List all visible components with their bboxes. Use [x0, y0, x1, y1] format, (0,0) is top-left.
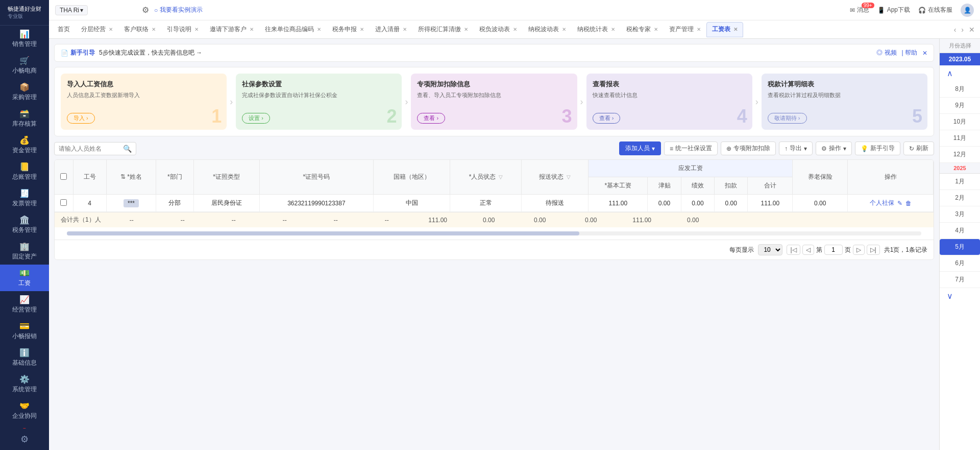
tab-close-guide[interactable]: ✕	[194, 27, 199, 32]
page-input[interactable]	[824, 245, 843, 255]
tab-invite[interactable]: 邀请下游客户✕	[204, 22, 259, 37]
month-item-8[interactable]: 8月	[940, 81, 980, 98]
sidebar-item-system[interactable]: ⚙️系统管理	[0, 371, 49, 397]
delete-icon[interactable]: 🗑	[905, 200, 912, 207]
tab-product-code[interactable]: 往来单位商品编码✕	[259, 22, 327, 37]
personal-insurance-link[interactable]: 个人社保	[870, 199, 894, 207]
month-item-10[interactable]: 10月	[940, 114, 980, 130]
scroll-thumb[interactable]	[67, 231, 579, 235]
first-page-button[interactable]: |◁	[787, 245, 800, 255]
export-button[interactable]: ↑ 导出 ▾	[779, 141, 813, 155]
month-item-9[interactable]: 9月	[940, 98, 980, 114]
sidebar-item-guide[interactable]: 🎯新手引导	[0, 424, 49, 429]
message-button[interactable]: ✉ 消息 99+	[850, 6, 869, 14]
tab-close-layered[interactable]: ✕	[109, 27, 113, 32]
search-field[interactable]: 🔍	[54, 142, 136, 155]
tab-clearance[interactable]: 进入清册✕	[370, 22, 412, 37]
tab-close-burden[interactable]: ✕	[513, 27, 517, 32]
sidebar-item-payroll[interactable]: 💵工资	[0, 265, 49, 291]
select-all-checkbox[interactable]	[60, 173, 67, 180]
tab-tax-expert[interactable]: 税检专家✕	[621, 22, 664, 37]
search-icon[interactable]: 🔍	[123, 145, 132, 153]
tab-nav-prev[interactable]: ‹	[952, 25, 959, 35]
sidebar-item-cooperation[interactable]: 🤝企业协同	[0, 397, 49, 424]
special-deduction-button[interactable]: ⊕ 专项附加扣除	[721, 141, 776, 155]
sidebar-item-basic-info[interactable]: ℹ️基础信息	[0, 344, 49, 371]
sort-icon[interactable]: ⇅	[120, 173, 126, 180]
edit-icon[interactable]: ✎	[897, 200, 902, 207]
tab-customer[interactable]: 客户联络✕	[118, 22, 161, 37]
step-2-button[interactable]: 设置 ›	[242, 113, 270, 124]
month-item-2[interactable]: 2月	[940, 190, 980, 206]
month-nav-up[interactable]: ∧	[944, 67, 956, 79]
refresh-button[interactable]: ↻ 刷新	[903, 141, 934, 155]
status-filter-icon[interactable]: ▽	[499, 174, 503, 180]
sidebar-item-ledger[interactable]: 📒总账管理	[0, 158, 49, 185]
sidebar-item-sales[interactable]: 📊销售管理	[0, 26, 49, 52]
step-5-button[interactable]: 敬请期待 ›	[768, 113, 807, 124]
horizontal-scrollbar[interactable]	[67, 231, 921, 235]
step-3-button[interactable]: 查看 ›	[417, 113, 445, 124]
tab-close-assets[interactable]: ✕	[697, 27, 701, 32]
report-filter-icon[interactable]: ▽	[567, 174, 571, 180]
tab-layered[interactable]: 分层经营✕	[76, 22, 118, 37]
month-item-5[interactable]: 5月	[940, 239, 980, 255]
tab-close-stat[interactable]: ✕	[611, 27, 615, 32]
month-item-1[interactable]: 1月	[940, 174, 980, 190]
sidebar-item-fixed-assets[interactable]: 🏢固定资产	[0, 238, 49, 265]
tab-tax-fluctuation[interactable]: 纳税波动表✕	[523, 22, 572, 37]
month-item-12[interactable]: 12月	[940, 147, 980, 163]
app-download-button[interactable]: 📱 App下载	[877, 6, 910, 14]
tab-close-expert[interactable]: ✕	[654, 27, 658, 32]
demo-link[interactable]: ○ 我要看实例演示	[154, 6, 203, 14]
tab-tax-burden[interactable]: 税负波动表✕	[474, 22, 523, 37]
guide-help-link[interactable]: | 帮助	[902, 49, 917, 57]
sidebar-item-inventory[interactable]: 🗃️库存核算	[0, 105, 49, 132]
company-selector[interactable]: THA Ri ▾	[55, 5, 88, 15]
month-item-7[interactable]: 7月	[940, 272, 980, 288]
sidebar-item-purchase[interactable]: 📦采购管理	[0, 79, 49, 105]
guide-close-icon[interactable]: ✕	[922, 50, 927, 57]
sidebar-bottom[interactable]: ⚙	[20, 429, 29, 450]
settings-icon[interactable]: ⚙	[142, 5, 149, 15]
tab-guide-intro[interactable]: 引导说明✕	[161, 22, 204, 37]
tab-nav-close-all[interactable]: ✕	[967, 25, 977, 35]
last-page-button[interactable]: ▷|	[867, 245, 880, 255]
tab-payroll[interactable]: 工资表✕	[706, 22, 743, 37]
sidebar-item-expense[interactable]: 💳小畅报销	[0, 318, 49, 344]
tab-assets[interactable]: 资产管理✕	[664, 22, 706, 37]
month-nav-down[interactable]: ∨	[944, 290, 956, 302]
tab-home[interactable]: 首页	[52, 22, 76, 37]
search-input[interactable]	[59, 145, 120, 152]
tab-close-clear[interactable]: ✕	[403, 27, 407, 32]
month-item-6[interactable]: 6月	[940, 255, 980, 272]
month-item-4[interactable]: 4月	[940, 223, 980, 239]
unified-settings-button[interactable]: ≡ 统一社保设置	[664, 141, 718, 155]
step-1-button[interactable]: 导入 ›	[67, 113, 95, 124]
tab-close-income[interactable]: ✕	[464, 27, 468, 32]
tab-close-tax[interactable]: ✕	[360, 27, 364, 32]
add-employee-button[interactable]: 添加人员 ▾	[619, 141, 661, 155]
tab-close-customer[interactable]: ✕	[152, 27, 156, 32]
month-item-3[interactable]: 3月	[940, 206, 980, 223]
sidebar-item-finance[interactable]: 💰资金管理	[0, 132, 49, 158]
row-checkbox[interactable]	[60, 199, 67, 206]
user-avatar[interactable]: 👤	[961, 4, 974, 17]
prev-page-button[interactable]: ◁	[802, 245, 814, 255]
online-service-button[interactable]: 🎧 在线客服	[918, 6, 952, 14]
tab-nav-next[interactable]: ›	[959, 25, 966, 35]
operations-button[interactable]: ⚙ 操作 ▾	[816, 141, 852, 155]
tab-close-payroll[interactable]: ✕	[733, 27, 738, 32]
settings-gear-icon[interactable]: ⚙	[20, 434, 29, 445]
sidebar-item-invoice[interactable]: 🧾发票管理	[0, 185, 49, 211]
sidebar-item-tax[interactable]: 🏛️税务管理	[0, 211, 49, 238]
guide-button[interactable]: 💡 新手引导	[855, 141, 900, 155]
step-4-button[interactable]: 查看 ›	[593, 113, 621, 124]
page-size-select[interactable]: 10 20 50	[758, 244, 782, 255]
tab-tax-report[interactable]: 税务申报✕	[327, 22, 370, 37]
guide-video-link[interactable]: ◎ 视频	[876, 49, 896, 57]
tab-tax-stat[interactable]: 纳税统计表✕	[572, 22, 621, 37]
tab-close-invite[interactable]: ✕	[250, 27, 254, 32]
tab-close-product[interactable]: ✕	[317, 27, 321, 32]
next-page-button[interactable]: ▷	[853, 245, 865, 255]
